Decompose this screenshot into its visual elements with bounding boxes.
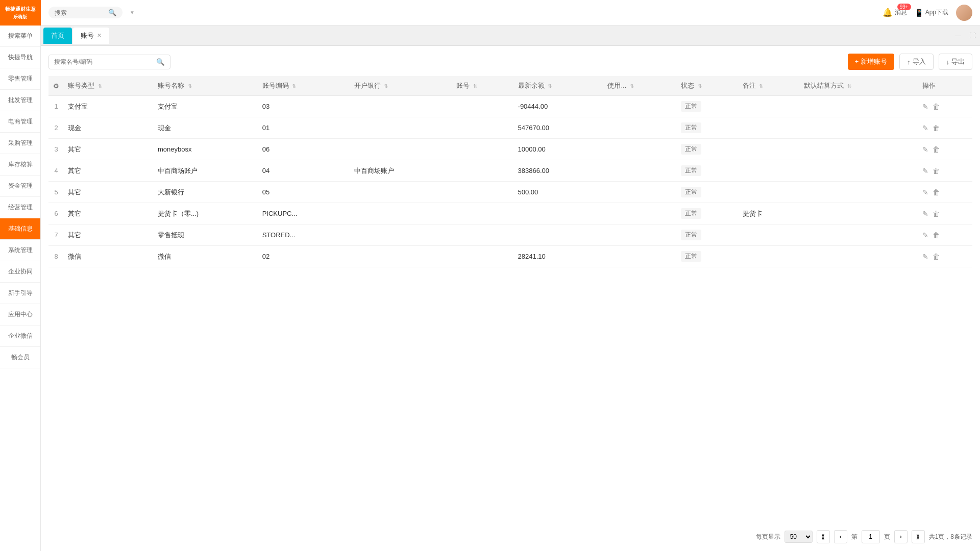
- tab-bar: 首页 账号 ✕ — ⛶: [41, 26, 980, 46]
- delete-icon[interactable]: 🗑: [933, 145, 940, 154]
- col-account[interactable]: 账号 ⇅: [452, 76, 514, 96]
- sidebar-item-6[interactable]: 库存核算: [0, 154, 40, 176]
- maximize-icon[interactable]: ⛶: [967, 31, 977, 41]
- search-input[interactable]: [49, 55, 151, 68]
- cell-balance: 547670.00: [514, 117, 604, 139]
- prev-page-button[interactable]: ‹: [834, 530, 847, 543]
- delete-icon[interactable]: 🗑: [933, 210, 940, 218]
- delete-icon[interactable]: 🗑: [933, 103, 940, 111]
- phone-icon: 📱: [915, 9, 923, 17]
- edit-icon[interactable]: ✎: [922, 167, 928, 175]
- cell-action: ✎ 🗑: [918, 246, 973, 267]
- table-row: 5 其它 大新银行 05 500.00 正常 ✎ 🗑: [48, 182, 972, 203]
- cell-balance: 28241.10: [514, 246, 604, 267]
- logo-sub: 乐嗨版: [5, 14, 36, 20]
- cell-remark: [739, 224, 800, 246]
- tab-bar-actions: — ⛶: [953, 31, 977, 41]
- tab-close-icon[interactable]: ✕: [97, 32, 102, 39]
- edit-icon[interactable]: ✎: [922, 188, 928, 196]
- col-bank[interactable]: 开户银行 ⇅: [350, 76, 452, 96]
- add-account-button[interactable]: + 新增账号: [848, 54, 894, 70]
- col-remark[interactable]: 备注 ⇅: [739, 76, 800, 96]
- delete-icon[interactable]: 🗑: [933, 188, 940, 196]
- header-dropdown[interactable]: ▼: [128, 10, 135, 15]
- next-page-button[interactable]: ›: [894, 530, 908, 543]
- sidebar-item-7[interactable]: 资金管理: [0, 176, 40, 197]
- cell-bank: [350, 246, 452, 267]
- sidebar-item-9[interactable]: 基础信息: [0, 218, 40, 240]
- user-avatar[interactable]: [956, 5, 972, 21]
- cell-balance: [514, 224, 604, 246]
- col-payment[interactable]: 默认结算方式 ⇅: [800, 76, 918, 96]
- accounts-table: ⚙ 账号类型 ⇅ 账号名称 ⇅ 账号编码 ⇅ 开户银行 ⇅ 账号 ⇅ 最新余额 …: [48, 76, 972, 267]
- tab-home[interactable]: 首页: [43, 28, 72, 44]
- notification-button[interactable]: 🔔 消息 99+: [883, 8, 907, 17]
- col-status[interactable]: 状态 ⇅: [677, 76, 739, 96]
- export-button[interactable]: ↓ 导出: [939, 54, 973, 70]
- cell-name: 大新银行: [154, 182, 258, 203]
- app-download-button[interactable]: 📱 App下载: [915, 8, 948, 17]
- search-box[interactable]: 🔍: [48, 55, 170, 69]
- top-search-input[interactable]: [55, 9, 106, 16]
- col-type[interactable]: 账号类型 ⇅: [64, 76, 154, 96]
- pagination: 每页显示 50 20 100 ⟪ ‹ 第 1 页 › ⟫ 共1页，8条记录: [48, 524, 972, 543]
- col-settings[interactable]: ⚙: [48, 76, 64, 96]
- sidebar-item-11[interactable]: 企业协同: [0, 261, 40, 283]
- cell-type: 其它: [64, 139, 154, 160]
- cell-status: 正常: [677, 203, 739, 224]
- sidebar-item-2[interactable]: 零售管理: [0, 68, 40, 90]
- row-num: 3: [48, 139, 64, 160]
- cell-name: 提货卡（零...): [154, 203, 258, 224]
- cell-payment: [800, 246, 918, 267]
- search-icon: 🔍: [156, 58, 165, 66]
- import-button[interactable]: ↑ 导入: [899, 54, 934, 70]
- edit-icon[interactable]: ✎: [922, 103, 928, 111]
- cell-name: 现金: [154, 117, 258, 139]
- delete-icon[interactable]: 🗑: [933, 253, 940, 261]
- sidebar-item-1[interactable]: 快捷导航: [0, 47, 40, 68]
- last-page-button[interactable]: ⟫: [912, 530, 925, 543]
- sidebar-item-15[interactable]: 畅会员: [0, 347, 40, 368]
- delete-icon[interactable]: 🗑: [933, 124, 940, 132]
- edit-icon[interactable]: ✎: [922, 231, 928, 239]
- table-row: 4 其它 中百商场账户 04 中百商场账户 383866.00 正常 ✎ 🗑: [48, 160, 972, 182]
- table-row: 7 其它 零售抵现 STORED... 正常 ✎ 🗑: [48, 224, 972, 246]
- cell-payment: [800, 160, 918, 182]
- sidebar-item-14[interactable]: 企业微信: [0, 325, 40, 347]
- row-num: 1: [48, 96, 64, 117]
- sidebar-item-0[interactable]: 搜索菜单: [0, 26, 40, 47]
- cell-balance: [514, 203, 604, 224]
- minimize-icon[interactable]: —: [953, 31, 963, 41]
- edit-icon[interactable]: ✎: [922, 145, 928, 154]
- delete-icon[interactable]: 🗑: [933, 231, 940, 239]
- edit-icon[interactable]: ✎: [922, 210, 928, 218]
- row-num: 8: [48, 246, 64, 267]
- sidebar-item-5[interactable]: 采购管理: [0, 133, 40, 154]
- sidebar-item-13[interactable]: 应用中心: [0, 304, 40, 325]
- edit-icon[interactable]: ✎: [922, 253, 928, 261]
- cell-code: STORED...: [258, 224, 350, 246]
- cell-action: ✎ 🗑: [918, 203, 973, 224]
- sidebar-item-4[interactable]: 电商管理: [0, 111, 40, 133]
- search-button[interactable]: 🔍: [151, 55, 170, 69]
- cell-code: 04: [258, 160, 350, 182]
- edit-icon[interactable]: ✎: [922, 124, 928, 132]
- sidebar-item-12[interactable]: 新手引导: [0, 283, 40, 304]
- page-size-select[interactable]: 50 20 100: [785, 531, 813, 543]
- col-usage[interactable]: 使用... ⇅: [603, 76, 677, 96]
- sidebar-item-3[interactable]: 批发管理: [0, 90, 40, 111]
- top-search-box[interactable]: 🔍: [48, 7, 122, 18]
- tab-account[interactable]: 账号 ✕: [73, 28, 109, 44]
- status-badge: 正常: [681, 230, 701, 240]
- delete-icon[interactable]: 🗑: [933, 167, 940, 175]
- cell-remark: [739, 139, 800, 160]
- col-name[interactable]: 账号名称 ⇅: [154, 76, 258, 96]
- sidebar-item-10[interactable]: 系统管理: [0, 240, 40, 261]
- col-balance[interactable]: 最新余额 ⇅: [514, 76, 604, 96]
- page-number-input[interactable]: 1: [862, 530, 880, 543]
- first-page-button[interactable]: ⟪: [817, 530, 830, 543]
- status-badge: 正常: [681, 208, 701, 219]
- cell-bank: [350, 182, 452, 203]
- col-code[interactable]: 账号编码 ⇅: [258, 76, 350, 96]
- sidebar-item-8[interactable]: 经营管理: [0, 197, 40, 218]
